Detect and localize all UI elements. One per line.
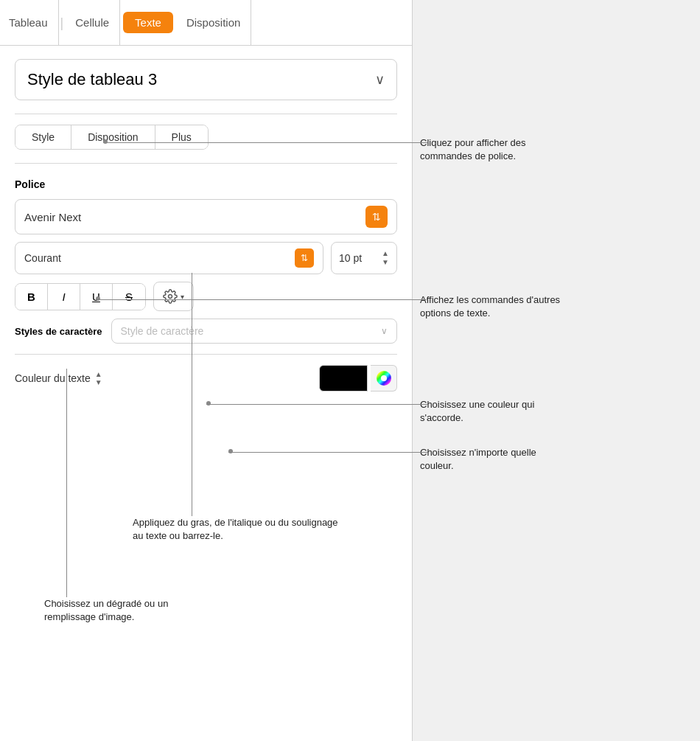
annotation-6: Choisissez un dégradé ou un remplissage … <box>44 597 206 624</box>
annotations-overlay: Cliquez pour afficher des commandes de p… <box>413 0 700 741</box>
divider-1 <box>15 114 397 114</box>
strikethrough-button[interactable]: S <box>113 284 145 310</box>
font-section-label: Police <box>15 178 397 190</box>
color-wheel-button[interactable] <box>371 365 397 392</box>
annotation-4-text: Choisissez n'importe quelle couleur. <box>420 446 567 473</box>
annotation-1-text: Cliquez pour afficher des commandes de p… <box>420 136 567 163</box>
font-size-stepper[interactable]: ▲ ▼ <box>382 249 389 267</box>
font-size-box[interactable]: 10 pt ▲ ▼ <box>331 242 397 274</box>
font-style-text: Courant <box>24 252 61 264</box>
svg-point-2 <box>381 375 387 381</box>
black-color-swatch[interactable] <box>319 365 368 392</box>
divider-3 <box>15 354 397 355</box>
color-swatch-group <box>319 365 397 392</box>
annotation-3-text: Choisissez une couleur qui s'accorde. <box>420 398 567 425</box>
annotation-1: Cliquez pour afficher des commandes de p… <box>420 136 567 163</box>
font-style-select[interactable]: Courant <box>15 242 323 274</box>
panel-content: Style de tableau 3 ∨ Style Disposition P… <box>0 46 412 405</box>
annotation-4: Choisissez n'importe quelle couleur. <box>420 446 567 473</box>
gear-icon <box>163 289 178 304</box>
underline-button[interactable]: U <box>80 284 113 310</box>
format-row: B I U S ▾ <box>15 282 397 311</box>
sub-tab-plus[interactable]: Plus <box>155 125 208 149</box>
tab-texte[interactable]: Texte <box>123 12 173 33</box>
italic-button[interactable]: I <box>48 284 80 310</box>
char-style-select[interactable]: Style de caractère ∨ <box>111 319 397 344</box>
more-options-button[interactable]: ▾ <box>153 282 194 311</box>
color-wheel-icon <box>375 369 393 387</box>
char-styles-row: Styles de caractère Style de caractère ∨ <box>15 319 397 344</box>
text-color-label: Couleur du texte <box>15 372 91 384</box>
annotation-6-text: Choisissez un dégradé ou un remplissage … <box>44 598 168 622</box>
font-name-text: Avenir Next <box>24 211 81 223</box>
sub-tab-style[interactable]: Style <box>15 125 71 149</box>
text-color-row: Couleur du texte ▲ ▼ <box>15 365 397 392</box>
options-chevron-icon: ▾ <box>181 293 184 301</box>
style-dropdown-label: Style de tableau 3 <box>27 70 157 89</box>
bold-button[interactable]: B <box>15 284 48 310</box>
style-dropdown[interactable]: Style de tableau 3 ∨ <box>15 59 397 100</box>
char-styles-label: Styles de caractère <box>15 326 102 337</box>
chevron-down-icon: ∨ <box>375 72 385 88</box>
char-style-chevron-icon: ∨ <box>381 326 388 336</box>
sub-tab-disposition[interactable]: Disposition <box>71 125 155 149</box>
font-style-size-row: Courant 10 pt ▲ ▼ <box>15 242 397 274</box>
annotation-5-text: Appliquez du gras, de l'italique ou du s… <box>133 517 338 541</box>
annotation-3: Choisissez une couleur qui s'accorde. <box>420 398 567 425</box>
svg-point-0 <box>169 295 172 299</box>
annotation-2-text: Affichez les commandes d'autres options … <box>420 293 567 320</box>
tab-sep-1: | <box>60 16 64 29</box>
font-size-text: 10 pt <box>339 252 377 264</box>
tab-bar: Tableau | Cellule Texte Disposition <box>0 0 412 46</box>
font-name-row[interactable]: Avenir Next <box>15 199 397 234</box>
tab-disposition[interactable]: Disposition <box>176 0 251 46</box>
sub-tabs: Style Disposition Plus <box>15 125 209 150</box>
font-style-stepper[interactable] <box>295 248 314 268</box>
format-buttons-group: B I U S <box>15 283 146 310</box>
annotation-2: Affichez les commandes d'autres options … <box>420 293 567 320</box>
divider-2 <box>15 163 397 164</box>
font-name-stepper[interactable] <box>365 206 388 228</box>
annotation-5: Appliquez du gras, de l'italique ou du s… <box>133 516 339 543</box>
tab-tableau[interactable]: Tableau <box>7 0 59 46</box>
tab-cellule[interactable]: Cellule <box>65 0 120 46</box>
text-color-stepper[interactable]: ▲ ▼ <box>95 370 102 386</box>
text-color-label-group: Couleur du texte ▲ ▼ <box>15 370 102 386</box>
